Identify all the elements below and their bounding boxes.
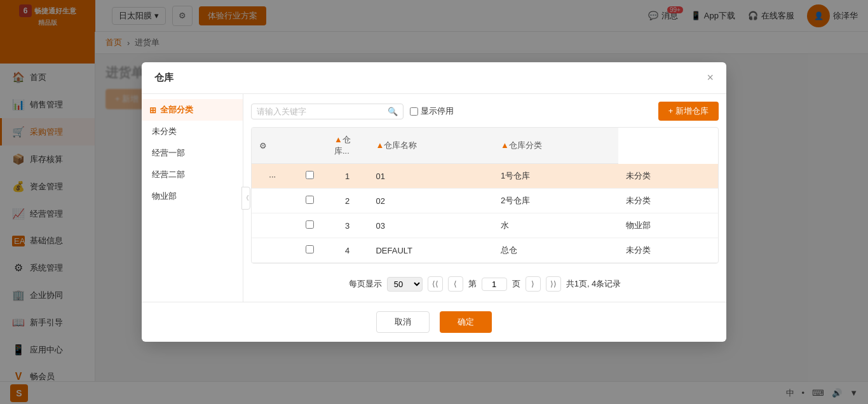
page-size-select[interactable]: 50 10 20 100 (387, 277, 423, 292)
row-gear-3[interactable] (252, 238, 294, 263)
table-header-row: ⚙ ▲仓库... ▲仓库名称 ▲仓库分类 (252, 128, 718, 164)
row-check-2[interactable] (294, 213, 327, 238)
row-code-0: 01 (368, 164, 493, 189)
modal-header: 仓库 × (142, 62, 726, 94)
table-area: 🔍 显示停用 + 新增仓库 ⚙ (243, 94, 726, 302)
warehouse-modal: 仓库 × ⊞ 全部分类 未分类 经营一部 经营二部 (142, 62, 726, 342)
next-page-icon: ⟩ (531, 279, 534, 288)
page-number-input[interactable] (482, 278, 507, 291)
warehouse-table: ⚙ ▲仓库... ▲仓库名称 ▲仓库分类 (251, 127, 719, 264)
total-info: 共1页, 4条记录 (566, 278, 621, 290)
cat-label-2: 经营二部 (152, 170, 185, 179)
row-gear-1[interactable] (252, 189, 294, 213)
prev-page-icon: ⟨ (454, 279, 457, 288)
row-check-3[interactable] (294, 238, 327, 263)
table-row[interactable]: 3 03 水 物业部 (252, 213, 718, 238)
modal-title: 仓库 (154, 72, 173, 84)
row-category-1: 未分类 (618, 189, 718, 213)
row-checkbox-2[interactable] (306, 220, 314, 229)
table-row[interactable]: 4 DEFAULT 总仓 未分类 (252, 238, 718, 263)
modal-footer: 取消 确定 (142, 302, 726, 342)
category-all[interactable]: ⊞ 全部分类 (142, 99, 243, 121)
add-warehouse-button[interactable]: + 新增仓库 (658, 102, 719, 121)
search-icon: 🔍 (388, 107, 398, 116)
row-category-0: 未分类 (618, 164, 718, 189)
row-index-3: 4 (327, 238, 369, 263)
next-page-button[interactable]: ⟩ (526, 276, 541, 292)
table-row[interactable]: ··· 1 01 1号仓库 未分类 (252, 164, 718, 189)
grid-icon: ⊞ (149, 105, 156, 115)
category-item-2[interactable]: 经营二部 (142, 164, 243, 185)
col-header-name[interactable]: ▲仓库名称 (368, 128, 493, 164)
row-code-1: 02 (368, 189, 493, 213)
search-input-wrap[interactable]: 🔍 (251, 104, 403, 119)
col-header-index[interactable]: ▲仓库... (327, 128, 369, 164)
page-label: 第 (468, 278, 477, 290)
search-input[interactable] (257, 107, 384, 116)
row-name-3: 总仓 (493, 238, 618, 263)
modal-close-button[interactable]: × (707, 71, 714, 84)
row-index-0: 1 (327, 164, 369, 189)
row-name-0: 1号仓库 (493, 164, 618, 189)
table-row[interactable]: 2 02 2号仓库 未分类 (252, 189, 718, 213)
col-header-gear: ⚙ (252, 128, 294, 164)
cancel-button[interactable]: 取消 (376, 311, 430, 333)
row-check-1[interactable] (294, 189, 327, 213)
row-check-0[interactable] (294, 164, 327, 189)
row-index-2: 3 (327, 213, 369, 238)
page-size-label: 每页显示 (349, 278, 382, 290)
row-gear-2[interactable] (252, 213, 294, 238)
col-header-check (294, 128, 327, 164)
sort-icon-name: ▲ (376, 140, 384, 150)
modal-body: ⊞ 全部分类 未分类 经营一部 经营二部 物业部 《 (142, 94, 726, 302)
category-item-0[interactable]: 未分类 (142, 121, 243, 142)
page-suffix: 页 (512, 278, 520, 290)
modal-overlay: 仓库 × ⊞ 全部分类 未分类 经营一部 经营二部 (0, 0, 868, 404)
row-code-2: 03 (368, 213, 493, 238)
last-page-button[interactable]: ⟩⟩ (546, 276, 561, 292)
last-page-icon: ⟩⟩ (550, 279, 557, 288)
table: ⚙ ▲仓库... ▲仓库名称 ▲仓库分类 (252, 128, 718, 263)
prev-page-button[interactable]: ⟨ (448, 276, 463, 292)
show-disabled-checkbox[interactable] (410, 107, 418, 116)
category-item-3[interactable]: 物业部 (142, 185, 243, 207)
row-code-3: DEFAULT (368, 238, 493, 263)
sort-icon-index: ▲ (334, 135, 342, 144)
show-disabled-text: 显示停用 (421, 105, 454, 117)
cat-all-label: 全部分类 (160, 104, 193, 116)
show-disabled-label[interactable]: 显示停用 (410, 105, 454, 117)
row-category-2: 物业部 (618, 213, 718, 238)
cat-label-0: 未分类 (152, 126, 177, 136)
confirm-button[interactable]: 确定 (440, 311, 492, 333)
row-gear-0[interactable]: ··· (252, 164, 294, 189)
row-index-1: 2 (327, 189, 369, 213)
row-checkbox-1[interactable] (306, 196, 314, 204)
col-header-category[interactable]: ▲仓库分类 (493, 128, 618, 164)
cat-label-3: 物业部 (152, 191, 177, 201)
row-checkbox-0[interactable] (306, 171, 314, 179)
row-name-2: 水 (493, 213, 618, 238)
row-name-1: 2号仓库 (493, 189, 618, 213)
row-category-3: 未分类 (618, 238, 718, 263)
category-sidebar: ⊞ 全部分类 未分类 经营一部 经营二部 物业部 《 (142, 94, 243, 302)
first-page-icon: ⟨⟨ (432, 279, 438, 288)
collapse-sidebar-button[interactable]: 《 (241, 187, 250, 210)
row-checkbox-3[interactable] (306, 245, 314, 253)
table-toolbar: 🔍 显示停用 + 新增仓库 (251, 102, 719, 121)
chevron-left-icon: 《 (243, 194, 249, 203)
sort-icon-category: ▲ (501, 140, 509, 150)
pagination: 每页显示 50 10 20 100 ⟨⟨ ⟨ 第 页 (251, 270, 719, 294)
category-item-1[interactable]: 经营一部 (142, 142, 243, 164)
cat-label-1: 经营一部 (152, 148, 185, 158)
first-page-button[interactable]: ⟨⟨ (428, 276, 443, 292)
